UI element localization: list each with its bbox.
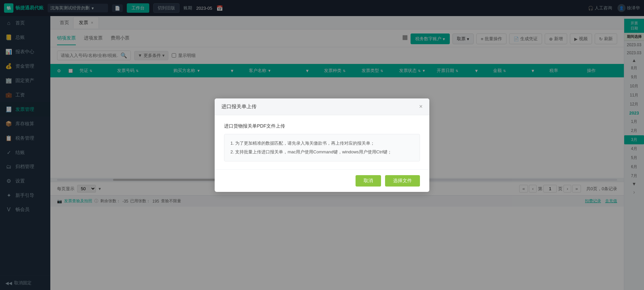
info-line-1: 1. 为了更加精准的数据匹配，请先录入海关缴款书，再上传对应的报关单； [230, 139, 414, 148]
cancel-button[interactable]: 取消 [356, 175, 381, 187]
modal-footer: 取消 选择文件 [215, 169, 429, 192]
info-line-2: 2. 支持批量上传进口报关单，mac用户使用Command键，windows用户… [230, 148, 414, 156]
modal-info-box: 1. 为了更加精准的数据匹配，请先录入海关缴款书，再上传对应的报关单； 2. 支… [224, 134, 420, 161]
select-file-button[interactable]: 选择文件 [385, 175, 420, 187]
modal-header: 进口报关单上传 × [215, 98, 429, 115]
modal-overlay: 进口报关单上传 × 进口货物报关单PDF文件上传 1. 为了更加精准的数据匹配，… [0, 0, 644, 290]
modal-title: 进口报关单上传 [221, 103, 257, 110]
modal-section-title: 进口货物报关单PDF文件上传 [224, 123, 420, 129]
import-customs-modal: 进口报关单上传 × 进口货物报关单PDF文件上传 1. 为了更加精准的数据匹配，… [215, 98, 429, 192]
modal-body: 进口货物报关单PDF文件上传 1. 为了更加精准的数据匹配，请先录入海关缴款书，… [215, 115, 429, 169]
close-icon[interactable]: × [419, 103, 423, 110]
